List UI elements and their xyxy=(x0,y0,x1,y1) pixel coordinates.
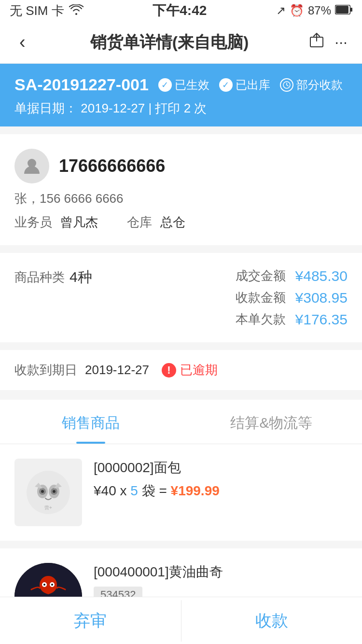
svg-point-19 xyxy=(51,584,53,586)
nav-bar: ‹ 销货单详情(来自电脑) ··· xyxy=(0,21,362,64)
customer-meta: 业务员 曾凡杰 仓库 总仓 xyxy=(14,214,348,231)
page-title: 销货单详情(来自电脑) xyxy=(90,31,249,54)
status-badge-outstock: ✓ 已出库 xyxy=(219,77,270,93)
tab-settlement[interactable]: 结算&物流等 xyxy=(181,400,362,444)
overdue-badge: ! 已逾期 xyxy=(162,362,218,378)
product-info-1: [0000002]面包 ¥40 x 5 袋 = ¥199.99 xyxy=(94,459,348,500)
share-icon[interactable] xyxy=(308,32,325,52)
product-thumbnail-1: 营+ xyxy=(14,459,82,526)
list-item: 营+ [0000002]面包 ¥40 x 5 袋 = ¥199.99 xyxy=(0,444,362,541)
svg-rect-2 xyxy=(336,6,348,14)
collection-amount-row: 收款金额 ¥308.95 xyxy=(236,289,348,306)
check-icon-1: ✓ xyxy=(158,78,172,92)
status-badge-effective: ✓ 已生效 xyxy=(158,77,209,93)
tab-sales-products[interactable]: 销售商品 xyxy=(0,400,181,444)
cancel-review-button[interactable]: 弃审 xyxy=(0,600,181,642)
alarm-icon: ⏰ xyxy=(290,4,304,17)
due-date-section: 收款到期日 2019-12-27 ! 已逾期 xyxy=(0,350,362,390)
order-id: SA-20191227-001 xyxy=(14,75,149,94)
more-icon[interactable]: ··· xyxy=(334,33,348,51)
category-stats: 商品种类 4种 xyxy=(14,267,92,287)
order-status-row: SA-20191227-001 ✓ 已生效 ✓ 已出库 部分收款 xyxy=(14,75,348,94)
wifi-icon xyxy=(69,3,84,18)
tabs-section: 销售商品 结算&物流等 xyxy=(0,400,362,444)
collect-payment-button[interactable]: 收款 xyxy=(181,600,362,642)
customer-phone: 17666666666 xyxy=(59,156,165,176)
nav-right-icons: ··· xyxy=(308,32,348,52)
tabs-row: 销售商品 结算&物流等 xyxy=(0,400,362,444)
svg-point-18 xyxy=(43,584,45,586)
amount-stats: 成交金额 ¥485.30 收款金额 ¥308.95 本单欠款 ¥176.35 xyxy=(236,267,348,328)
check-icon-2: ✓ xyxy=(219,78,233,92)
status-badge-partial: 部分收款 xyxy=(280,77,343,93)
time-display: 下午4:42 xyxy=(153,1,207,20)
stats-section: 商品种类 4种 成交金额 ¥485.30 收款金额 ¥308.95 本单欠款 ¥… xyxy=(0,253,362,342)
salesperson-label: 业务员 曾凡杰 xyxy=(14,214,98,231)
svg-point-12 xyxy=(53,490,56,493)
product-name-1: [0000002]面包 xyxy=(94,459,348,477)
product-name-2: [000400001]黄油曲奇 xyxy=(94,563,348,581)
clock-icon xyxy=(280,78,293,92)
status-bar: 无 SIM 卡 下午4:42 ↗ ⏰ 87% xyxy=(0,0,362,21)
status-right: ↗ ⏰ 87% xyxy=(276,4,352,17)
back-button[interactable]: ‹ xyxy=(14,27,30,57)
product-price-1: ¥40 x 5 袋 = ¥199.99 xyxy=(94,482,348,500)
sim-indicator: 无 SIM 卡 xyxy=(10,2,64,19)
order-header-banner: SA-20191227-001 ✓ 已生效 ✓ 已出库 部分收款 单据日期： 2… xyxy=(0,64,362,126)
status-left: 无 SIM 卡 xyxy=(10,2,84,19)
customer-row: 17666666666 xyxy=(14,149,348,183)
location-icon: ↗ xyxy=(276,4,286,17)
svg-point-11 xyxy=(41,490,44,493)
overdue-icon: ! xyxy=(162,363,176,378)
svg-rect-1 xyxy=(350,8,352,12)
customer-section: 17666666666 张，156 6666 6666 业务员 曾凡杰 仓库 总… xyxy=(0,134,362,245)
warehouse-label: 仓库 总仓 xyxy=(127,214,185,231)
bottom-bar: 弃审 收款 xyxy=(0,597,362,644)
order-date-row: 单据日期： 2019-12-27 | 打印 2 次 xyxy=(14,100,348,117)
deal-amount-row: 成交金额 ¥485.30 xyxy=(236,267,348,284)
avatar xyxy=(14,149,49,183)
debt-amount-row: 本单欠款 ¥176.35 xyxy=(236,311,348,328)
battery-icon xyxy=(335,4,352,17)
customer-subname: 张，156 6666 6666 xyxy=(14,190,348,207)
battery-level: 87% xyxy=(308,4,331,17)
svg-text:营+: 营+ xyxy=(44,505,52,510)
